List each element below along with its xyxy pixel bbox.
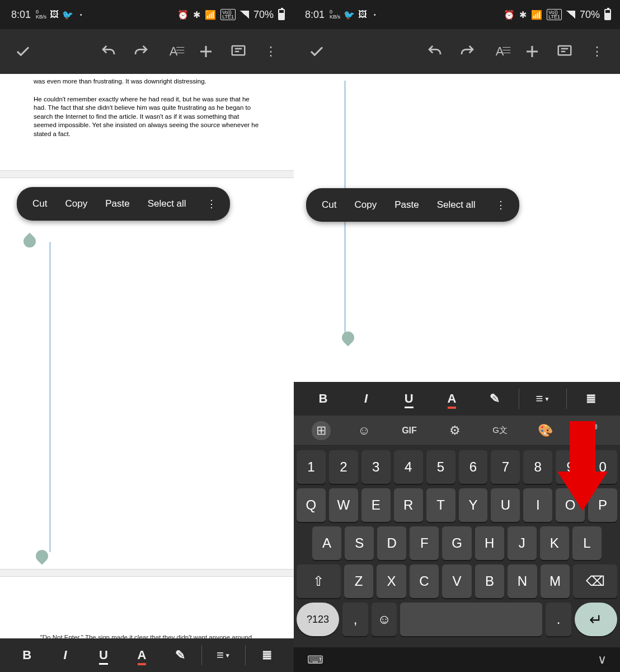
- key-U[interactable]: U: [491, 488, 520, 522]
- shift-key[interactable]: ⇧: [297, 564, 341, 598]
- insert-button[interactable]: [190, 35, 222, 68]
- undo-button[interactable]: [419, 35, 451, 68]
- more-button[interactable]: ⋮: [255, 35, 287, 68]
- key-R[interactable]: R: [394, 488, 423, 522]
- paragraph-2[interactable]: He couldn't remember exactly where he ha…: [0, 95, 294, 139]
- key-O[interactable]: O: [556, 488, 585, 522]
- key-7[interactable]: 7: [491, 450, 520, 484]
- key-V[interactable]: V: [442, 564, 472, 598]
- key-S[interactable]: S: [345, 526, 374, 560]
- key-H[interactable]: H: [475, 526, 504, 560]
- key-F[interactable]: F: [410, 526, 439, 560]
- enter-key[interactable]: ↵: [575, 603, 617, 636]
- context-copy[interactable]: Copy: [65, 198, 87, 209]
- key-M[interactable]: M: [541, 564, 570, 598]
- kb-settings-icon[interactable]: ⚙: [443, 423, 467, 438]
- context-select-all[interactable]: Select all: [148, 198, 186, 209]
- selection-handle-top[interactable]: [21, 232, 38, 250]
- key-5[interactable]: 5: [426, 450, 455, 484]
- key-Q[interactable]: Q: [297, 488, 326, 522]
- list-button[interactable]: ≣: [248, 638, 286, 672]
- key-B[interactable]: B: [475, 564, 505, 598]
- highlight-button[interactable]: ✎: [473, 382, 516, 416]
- volte-indicator: Vo))LTE1: [220, 9, 236, 20]
- collapse-icon[interactable]: ∨: [598, 652, 607, 667]
- keyboard-icon[interactable]: ⌨: [307, 653, 323, 666]
- context-select-all[interactable]: Select all: [437, 199, 476, 211]
- kb-sticker-icon[interactable]: ☺: [353, 423, 376, 438]
- key-P[interactable]: P: [588, 488, 617, 522]
- underline-button[interactable]: U: [84, 638, 123, 672]
- backspace-key[interactable]: ⌫: [573, 564, 617, 598]
- insert-button[interactable]: [516, 35, 548, 68]
- textcolor-button[interactable]: A: [123, 638, 161, 672]
- key-3[interactable]: 3: [361, 450, 391, 484]
- context-more-icon[interactable]: ⋮: [494, 199, 508, 211]
- comment-button[interactable]: [548, 35, 581, 68]
- list-button[interactable]: ≣: [569, 382, 612, 416]
- emoji-key[interactable]: ☺: [372, 603, 397, 636]
- bold-button[interactable]: B: [302, 382, 345, 416]
- underline-button[interactable]: U: [387, 382, 430, 416]
- kb-apps-icon[interactable]: ⊞: [312, 421, 331, 440]
- kb-palette-icon[interactable]: 🎨: [534, 423, 557, 438]
- selection-handle-bottom[interactable]: [339, 329, 356, 346]
- more-button[interactable]: ⋮: [581, 35, 613, 68]
- key-W[interactable]: W: [329, 488, 358, 522]
- bold-button[interactable]: B: [8, 638, 46, 672]
- symbols-key[interactable]: ?123: [297, 603, 339, 636]
- context-more-icon[interactable]: ⋮: [204, 198, 219, 210]
- format-button[interactable]: A———: [483, 35, 516, 68]
- key-K[interactable]: K: [540, 526, 569, 560]
- key-9[interactable]: 9: [556, 450, 585, 484]
- paragraph-tail[interactable]: was even more than frustrating. It was d…: [0, 77, 294, 86]
- key-A[interactable]: A: [312, 526, 341, 560]
- kb-gif-button[interactable]: GIF: [398, 426, 421, 436]
- context-cut[interactable]: Cut: [32, 198, 47, 209]
- highlight-button[interactable]: ✎: [161, 638, 199, 672]
- confirm-button[interactable]: [7, 35, 39, 68]
- textcolor-button[interactable]: A: [430, 382, 473, 416]
- key-Y[interactable]: Y: [459, 488, 488, 522]
- comment-button[interactable]: [222, 35, 255, 68]
- context-paste[interactable]: Paste: [394, 199, 419, 211]
- align-button[interactable]: ≡▼: [522, 382, 565, 416]
- key-G[interactable]: G: [442, 526, 471, 560]
- undo-button[interactable]: [92, 35, 125, 68]
- key-4[interactable]: 4: [394, 450, 423, 484]
- key-1[interactable]: 1: [297, 450, 326, 484]
- context-paste[interactable]: Paste: [105, 198, 129, 209]
- italic-button[interactable]: I: [345, 382, 388, 416]
- key-I[interactable]: I: [523, 488, 552, 522]
- key-Z[interactable]: Z: [344, 564, 374, 598]
- redo-button[interactable]: [451, 35, 483, 68]
- key-T[interactable]: T: [426, 488, 455, 522]
- key-J[interactable]: J: [508, 526, 537, 560]
- key-X[interactable]: X: [377, 564, 406, 598]
- key-L[interactable]: L: [572, 526, 602, 560]
- key-6[interactable]: 6: [459, 450, 488, 484]
- redo-button[interactable]: [125, 35, 157, 68]
- key-N[interactable]: N: [508, 564, 537, 598]
- comma-key[interactable]: ,: [342, 603, 368, 636]
- period-key[interactable]: .: [546, 603, 571, 636]
- keyboard-toolbar: ⊞ ☺ GIF ⚙ G文 🎨 🎤: [294, 416, 620, 446]
- kb-translate-icon[interactable]: G文: [489, 425, 512, 436]
- italic-button[interactable]: I: [46, 638, 84, 672]
- key-8[interactable]: 8: [523, 450, 552, 484]
- key-C[interactable]: C: [410, 564, 439, 598]
- context-copy[interactable]: Copy: [354, 199, 377, 211]
- space-key[interactable]: [400, 603, 542, 636]
- keyboard: 1234567890 QWERTYUIOP ASDFGHJKL ⇧ ZXCVBN…: [294, 446, 620, 647]
- context-cut[interactable]: Cut: [322, 199, 336, 211]
- format-button[interactable]: A———: [157, 35, 190, 68]
- align-button[interactable]: ≡▼: [204, 638, 242, 672]
- document-area[interactable]: was even more than frustrating. It was d…: [0, 74, 294, 672]
- key-0[interactable]: 0: [588, 450, 617, 484]
- selection-handle-bottom[interactable]: [33, 547, 50, 564]
- confirm-button[interactable]: [300, 35, 333, 68]
- key-2[interactable]: 2: [329, 450, 358, 484]
- kb-mic-icon[interactable]: 🎤: [579, 423, 603, 438]
- key-D[interactable]: D: [377, 526, 406, 560]
- key-E[interactable]: E: [361, 488, 391, 522]
